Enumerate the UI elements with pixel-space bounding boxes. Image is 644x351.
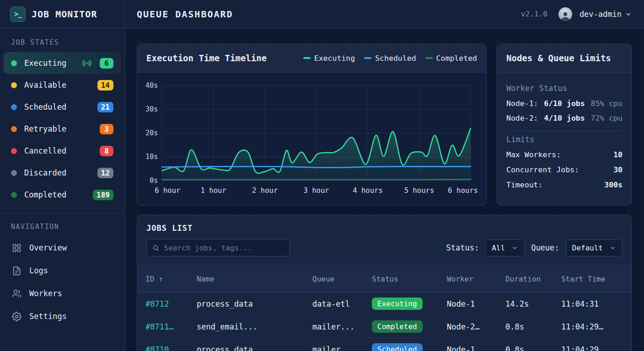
nodes-panel-header: Nodes & Queue Limits [497, 44, 632, 73]
nodes-panel-body: Worker Status Node-1:6/10 jobs85% cpuNod… [497, 73, 632, 203]
svg-text:2 hour: 2 hour [252, 186, 278, 194]
search-icon [152, 244, 160, 252]
search-box[interactable] [146, 239, 290, 256]
svg-text:30s: 30s [145, 105, 158, 113]
navigation-section-label: NAVIGATION [0, 223, 124, 231]
status-filter-label: Status: [446, 243, 479, 252]
user-avatar[interactable] [558, 7, 572, 21]
worker-cpu: 85% cpu [590, 99, 623, 108]
jobs-toolbar: Status: All Queue: Default [137, 233, 632, 256]
job-start-time: 11:04:31 [561, 299, 623, 308]
svg-text:1 hour: 1 hour [201, 186, 226, 194]
column-header-id[interactable]: ID ↑ [145, 275, 197, 283]
sidebar-item-workers[interactable]: Workers [0, 282, 124, 305]
chevron-down-icon [625, 11, 632, 18]
sidebar-item-settings[interactable]: Settings [0, 305, 124, 328]
sidebar-item-scheduled[interactable]: Scheduled21 [4, 96, 121, 118]
worker-status-heading: Worker Status [506, 84, 623, 93]
worker-name: Node-1: [506, 99, 538, 108]
nodes-panel-title: Nodes & Queue Limits [506, 53, 611, 63]
state-label: Discarded [24, 168, 66, 177]
limit-value: 30 [613, 165, 623, 174]
state-color-dot [11, 104, 17, 110]
column-header-queue[interactable]: Queue [312, 275, 372, 283]
column-header-status[interactable]: Status [372, 275, 447, 283]
search-input[interactable] [164, 244, 284, 252]
gear-icon [12, 312, 21, 321]
user-menu[interactable]: dev-admin [580, 10, 632, 19]
timeline-chart-svg: 0s10s20s30s40s6 hour1 hour2 hour3 hour4 … [141, 77, 480, 204]
timeline-chart: 0s10s20s30s40s6 hour1 hour2 hour3 hour4 … [137, 73, 486, 206]
state-label: Scheduled [24, 102, 66, 112]
nodes-panel: Nodes & Queue Limits Worker Status Node-… [497, 43, 632, 206]
nav-label: Settings [29, 312, 67, 321]
timeline-panel-header: Execution Time Timeline ExecutingSchedul… [137, 44, 486, 73]
table-row[interactable]: #8712process_datadata-etlExecutingNode-1… [137, 292, 632, 315]
limit-value: 10 [613, 150, 623, 159]
limit-row: Timeout:300s [506, 181, 623, 189]
sidebar: JOB STATES Executing6Available14Schedule… [0, 28, 125, 351]
users-icon [12, 289, 21, 298]
job-id-link[interactable]: #8711… [145, 322, 197, 331]
svg-text:10s: 10s [145, 153, 158, 161]
status-badge: Completed [372, 320, 423, 333]
nav-label: Overview [29, 243, 67, 252]
limits-list: Max Workers:10Concurrent Jobs:30Timeout:… [506, 150, 623, 189]
job-worker: Node-2… [447, 322, 505, 331]
job-status-cell: Executing [372, 298, 447, 310]
nav-label: Logs [29, 266, 48, 275]
legend-item-scheduled[interactable]: Scheduled [364, 54, 416, 63]
count-badge: 6 [100, 58, 113, 69]
limit-value: 300s [604, 181, 623, 189]
svg-text:20s: 20s [145, 129, 158, 137]
limit-row: Max Workers:10 [506, 150, 623, 159]
queue-filter-label: Queue: [531, 243, 559, 252]
job-id-link[interactable]: #8710 [145, 345, 197, 351]
job-id-link[interactable]: #8712 [145, 299, 197, 308]
svg-text:3 hour: 3 hour [303, 186, 329, 194]
sidebar-item-retryable[interactable]: Retryable3 [4, 118, 121, 140]
sidebar-item-completed[interactable]: Completed189 [4, 184, 121, 206]
state-color-dot [11, 60, 17, 66]
limit-label: Max Workers: [506, 150, 561, 159]
queue-filter-select[interactable]: Default [566, 239, 623, 256]
sidebar-item-discarded[interactable]: Discarded12 [4, 162, 121, 184]
sidebar-item-available[interactable]: Available14 [4, 74, 121, 96]
table-row[interactable]: #8711…send_email...mailer...CompletedNod… [137, 315, 632, 338]
chart-legend: ExecutingScheduledCompleted [303, 54, 477, 63]
worker-jobs: 6/10 jobs [544, 99, 585, 108]
legend-color-dash [303, 57, 311, 59]
table-row[interactable]: #8710process_datamailerScheduledNode-10.… [137, 338, 632, 351]
status-filter-select[interactable]: All [485, 239, 525, 256]
state-label: Retryable [24, 124, 66, 133]
limit-label: Timeout: [506, 181, 542, 189]
grid-icon [12, 243, 21, 253]
user-name-label: dev-admin [580, 10, 622, 19]
sidebar-item-overview[interactable]: Overview [0, 236, 124, 259]
legend-item-completed[interactable]: Completed [425, 54, 477, 63]
chevron-down-icon [511, 245, 518, 251]
worker-status-row: Node-2:4/10 jobs72% cpu [506, 114, 623, 122]
jobs-panel: JOBS LIST Status: All Queue: D [137, 215, 632, 351]
column-header-duration[interactable]: Duration [505, 275, 561, 283]
job-start-time: 11:04:29… [561, 322, 623, 331]
column-header-worker[interactable]: Worker [447, 275, 505, 283]
job-duration: 0.8s [505, 322, 561, 331]
sidebar-item-executing[interactable]: Executing6 [4, 52, 121, 74]
column-header-start-time[interactable]: Start Time [561, 275, 623, 283]
sidebar-item-cancelled[interactable]: Cancelled8 [4, 140, 121, 162]
column-header-name[interactable]: Name [197, 275, 312, 283]
legend-color-dash [364, 57, 371, 59]
svg-text:40s: 40s [145, 81, 158, 90]
terminal-icon: >_ [10, 6, 26, 22]
job-worker: Node-1 [447, 299, 505, 308]
legend-item-executing[interactable]: Executing [303, 54, 355, 63]
job-start-time: 11:04:29 [561, 345, 623, 351]
timeline-panel: Execution Time Timeline ExecutingSchedul… [137, 43, 487, 206]
app-header: >_ JOB MONITOR QUEUE DASHBOARD v2.1.0 de… [0, 0, 644, 28]
job-queue: data-etl [312, 299, 372, 308]
job-duration: 0.8s [505, 345, 561, 351]
sidebar-item-logs[interactable]: Logs [0, 259, 124, 282]
svg-text:6 hours: 6 hours [448, 186, 478, 194]
jobs-table: ID ↑NameQueueStatusWorkerDurationStart T… [137, 266, 632, 351]
